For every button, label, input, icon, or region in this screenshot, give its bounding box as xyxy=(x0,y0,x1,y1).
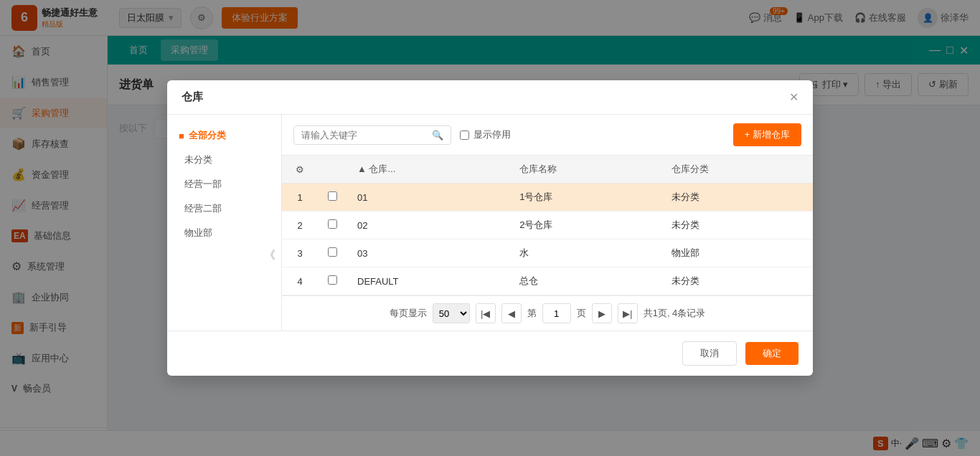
total-info: 共1页, 4条记录 xyxy=(644,307,706,320)
category-dept2[interactable]: 经营二部 xyxy=(167,196,281,221)
last-page-button[interactable]: ▶| xyxy=(618,303,638,323)
row-num: 4 xyxy=(282,267,318,295)
row-code: DEFAULT xyxy=(347,267,509,295)
page-size-select[interactable]: 50 100 200 xyxy=(433,303,470,323)
dialog-body: ■ 全部分类 未分类 经营一部 经营二部 物业部 《 🔍 xyxy=(167,115,813,331)
row-category: 未分类 xyxy=(661,184,813,212)
dialog-close-button[interactable]: ✕ xyxy=(789,90,798,104)
row-checkbox[interactable] xyxy=(328,275,337,285)
row-num: 1 xyxy=(282,184,318,212)
category-uncategorized[interactable]: 未分类 xyxy=(167,148,281,172)
category-panel: ■ 全部分类 未分类 经营一部 经营二部 物业部 《 xyxy=(167,115,282,331)
row-name: 总仓 xyxy=(509,267,661,295)
table-row[interactable]: 3 03 水 物业部 xyxy=(282,239,813,267)
row-name: 水 xyxy=(509,239,661,267)
row-name: 1号仓库 xyxy=(509,184,661,212)
all-categories-button[interactable]: ■ 全部分类 xyxy=(167,123,281,148)
search-icon[interactable]: 🔍 xyxy=(432,130,443,141)
confirm-button[interactable]: 确定 xyxy=(745,342,798,365)
row-checkbox[interactable] xyxy=(328,191,337,201)
all-categories-label: 全部分类 xyxy=(189,129,226,142)
page-input[interactable] xyxy=(542,303,571,323)
show-disabled-checkbox[interactable]: 显示停用 xyxy=(460,128,511,141)
row-checkbox[interactable] xyxy=(328,219,337,229)
warehouse-table: ⚙ ▲ 仓库... 仓库名称 仓库分类 1 01 xyxy=(282,156,813,295)
category-dept1[interactable]: 经营一部 xyxy=(167,172,281,196)
table-row[interactable]: 1 01 1号仓库 未分类 xyxy=(282,184,813,212)
next-page-button[interactable]: ▶ xyxy=(592,303,612,323)
row-category: 未分类 xyxy=(661,212,813,239)
search-box: 🔍 xyxy=(293,125,451,145)
col-name[interactable]: 仓库名称 xyxy=(509,156,661,184)
per-page-label: 每页显示 xyxy=(390,307,427,320)
row-checkbox[interactable] xyxy=(328,247,337,257)
show-disabled-label: 显示停用 xyxy=(473,128,511,141)
grid-icon: ■ xyxy=(179,130,184,141)
table-row[interactable]: 2 02 2号仓库 未分类 xyxy=(282,212,813,239)
warehouse-panel: 🔍 显示停用 + 新增仓库 ⚙ xyxy=(282,115,813,331)
row-checkbox-cell xyxy=(318,212,347,239)
page-label-before: 第 xyxy=(527,307,537,320)
row-code: 01 xyxy=(347,184,509,212)
row-checkbox-cell xyxy=(318,184,347,212)
row-code: 02 xyxy=(347,212,509,239)
table-header: ⚙ ▲ 仓库... 仓库名称 仓库分类 xyxy=(282,156,813,184)
modal-overlay: 仓库 ✕ ■ 全部分类 未分类 经营一部 经营二部 物业部 《 xyxy=(0,0,980,456)
table-body: 1 01 1号仓库 未分类 2 02 2号仓库 xyxy=(282,184,813,295)
row-code: 03 xyxy=(347,239,509,267)
warehouse-dialog: 仓库 ✕ ■ 全部分类 未分类 经营一部 经营二部 物业部 《 xyxy=(167,80,813,376)
collapse-icon: 《 xyxy=(264,248,275,263)
row-num: 3 xyxy=(282,239,318,267)
row-category: 物业部 xyxy=(661,239,813,267)
search-input[interactable] xyxy=(301,130,432,141)
row-category: 未分类 xyxy=(661,267,813,295)
dialog-footer: 取消 确定 xyxy=(167,331,813,376)
category-property[interactable]: 物业部 xyxy=(167,221,281,245)
first-page-button[interactable]: |◀ xyxy=(476,303,496,323)
dialog-header: 仓库 ✕ xyxy=(167,80,813,115)
page-label: 页 xyxy=(577,307,586,320)
row-name: 2号仓库 xyxy=(509,212,661,239)
pagination: 每页显示 50 100 200 |◀ ◀ 第 页 ▶ ▶| 共1页, 4条记录 xyxy=(282,295,813,331)
show-disabled-input[interactable] xyxy=(460,130,469,140)
row-num: 2 xyxy=(282,212,318,239)
col-gear: ⚙ xyxy=(282,156,318,184)
prev-page-button[interactable]: ◀ xyxy=(501,303,522,323)
row-checkbox-cell xyxy=(318,267,347,295)
col-category[interactable]: 仓库分类 xyxy=(661,156,813,184)
add-warehouse-button[interactable]: + 新增仓库 xyxy=(733,123,801,146)
collapse-button[interactable]: 《 xyxy=(167,245,281,266)
table-row[interactable]: 4 DEFAULT 总仓 未分类 xyxy=(282,267,813,295)
cancel-button[interactable]: 取消 xyxy=(682,341,737,366)
data-table: ⚙ ▲ 仓库... 仓库名称 仓库分类 1 01 xyxy=(282,156,813,295)
dialog-title: 仓库 xyxy=(182,90,203,104)
row-checkbox-cell xyxy=(318,239,347,267)
col-code[interactable]: ▲ 仓库... xyxy=(347,156,509,184)
col-checkbox xyxy=(318,156,347,184)
warehouse-toolbar: 🔍 显示停用 + 新增仓库 xyxy=(282,115,813,156)
